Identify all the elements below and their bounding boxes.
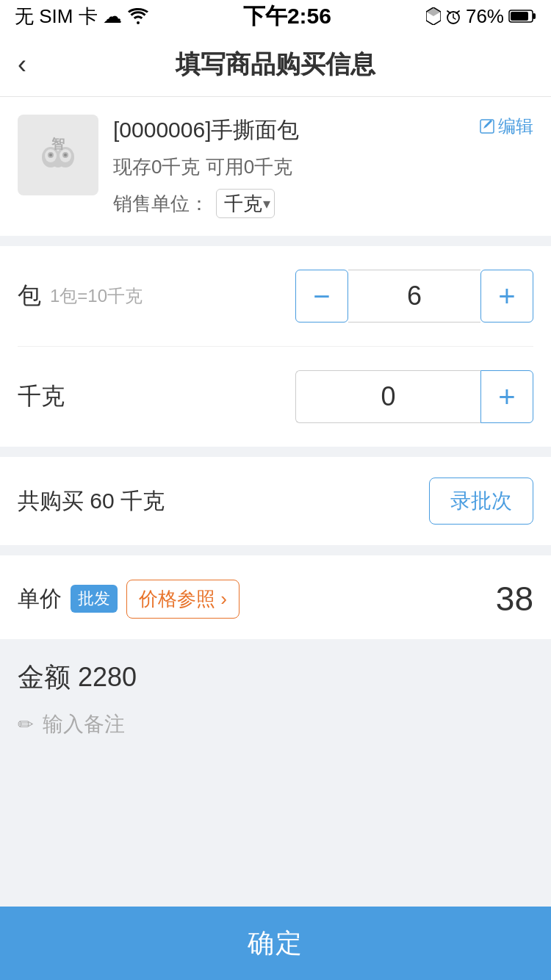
price-row: 单价 批发 价格参照 › 38 — [18, 579, 533, 619]
amount-section: 金额 2280 ✏ 输入备注 — [0, 639, 551, 759]
svg-rect-2 — [533, 13, 536, 19]
back-button[interactable]: ‹ — [18, 49, 26, 80]
bao-hint: 1包=10千克 — [50, 284, 143, 308]
status-bar: 无 SIM 卡 ☁ 下午2:56 76% — [0, 0, 551, 32]
kg-controls: + — [295, 370, 533, 423]
status-right: 76% — [426, 5, 536, 28]
kg-label: 千克 — [18, 381, 65, 413]
unit-select[interactable]: 千克 包 — [216, 189, 275, 218]
bao-label: 包 1包=10千克 — [18, 280, 143, 312]
edit-button[interactable]: 编辑 — [479, 115, 533, 138]
remark-icon: ✏ — [18, 713, 34, 736]
svg-text:智: 智 — [51, 137, 65, 151]
wifi-icon — [128, 8, 148, 24]
product-info: [0000006]手撕面包 编辑 现存0千克 可用0千克 销售单位： 千克 包 — [113, 115, 533, 218]
price-tag: 批发 — [71, 585, 118, 613]
confirm-button[interactable]: 确定 — [0, 907, 551, 980]
amount-value: 2280 — [78, 662, 137, 692]
product-image: 智 — [18, 115, 98, 195]
batch-button[interactable]: 录批次 — [429, 478, 533, 525]
bao-minus-button[interactable]: − — [295, 270, 348, 323]
battery-icon — [508, 9, 536, 24]
bao-controls: − + — [295, 270, 533, 323]
total-text: 共购买 60 千克 — [18, 486, 165, 516]
edit-icon — [479, 118, 495, 134]
product-name: [0000006]手撕面包 — [113, 115, 299, 145]
svg-point-12 — [54, 162, 62, 167]
kg-input[interactable] — [295, 370, 480, 423]
status-time: 下午2:56 — [243, 1, 331, 32]
price-left: 单价 批发 价格参照 › — [18, 580, 240, 619]
remark-placeholder: 输入备注 — [43, 710, 125, 738]
spacer — [0, 759, 551, 907]
bao-plus-button[interactable]: + — [480, 270, 533, 323]
svg-point-11 — [64, 154, 67, 156]
product-thumbnail: 智 — [36, 137, 80, 173]
battery-text: 76% — [466, 5, 504, 28]
remark-row[interactable]: ✏ 输入备注 — [18, 710, 533, 738]
total-amount: 60 — [90, 489, 114, 513]
bao-input[interactable] — [348, 270, 480, 323]
page-title: 填写商品购买信息 — [176, 48, 375, 82]
bao-row: 包 1包=10千克 − + — [18, 246, 533, 347]
nav-bar: ‹ 填写商品购买信息 — [0, 32, 551, 97]
svg-rect-3 — [511, 12, 528, 21]
price-ref-button[interactable]: 价格参照 › — [126, 580, 240, 619]
alarm-icon — [445, 8, 461, 24]
price-value: 38 — [496, 579, 533, 619]
kg-plus-button[interactable]: + — [480, 370, 533, 423]
product-stock: 现存0千克 可用0千克 — [113, 154, 533, 180]
status-left: 无 SIM 卡 ☁ — [15, 4, 148, 29]
product-section: 智 [0000006]手撕面包 编辑 现存0千克 可用0千克 销售单位： 千克 … — [0, 97, 551, 236]
price-label: 单价 — [18, 584, 62, 614]
amount-row: 金额 2280 — [18, 660, 533, 696]
sim-text: 无 SIM 卡 ☁ — [15, 4, 122, 29]
location-icon — [426, 7, 441, 25]
svg-point-10 — [49, 154, 52, 156]
input-section: 包 1包=10千克 − + 千克 + — [0, 246, 551, 447]
total-section: 共购买 60 千克 录批次 — [0, 457, 551, 545]
price-section: 单价 批发 价格参照 › 38 — [0, 555, 551, 639]
product-unit: 销售单位： 千克 包 — [113, 189, 533, 218]
kg-row: 千克 + — [18, 347, 533, 447]
unit-select-wrap[interactable]: 千克 包 — [216, 189, 275, 218]
